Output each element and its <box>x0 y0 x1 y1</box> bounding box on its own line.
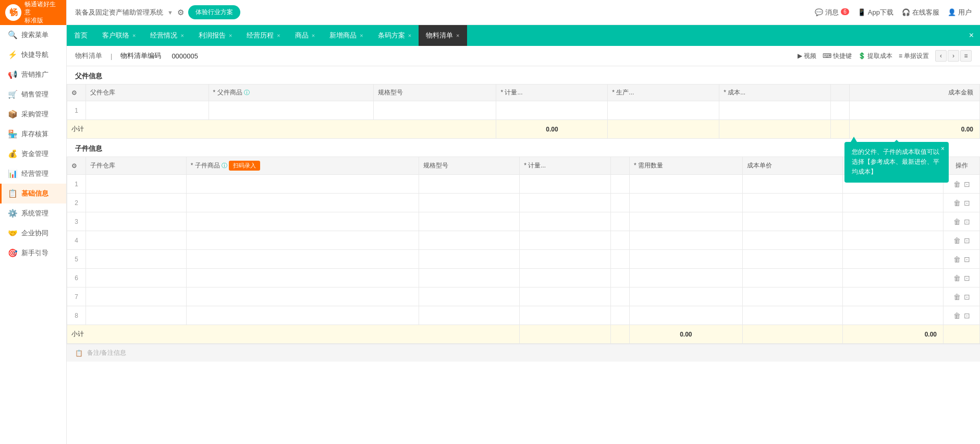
chevron-down-icon[interactable]: ▼ <box>167 9 173 16</box>
scan-button[interactable]: 扫码录入 <box>229 161 260 171</box>
tab-close-barcode[interactable]: × <box>408 32 411 39</box>
child-qty-cell-6[interactable] <box>630 269 742 287</box>
child-unit-cell-5[interactable] <box>520 250 611 269</box>
trial-button[interactable]: 体验行业方案 <box>188 5 240 19</box>
extract-cost-btn[interactable]: 💲 提取成本 <box>858 52 892 61</box>
child-product-cell-8[interactable] <box>186 306 419 325</box>
child-product-cell-1[interactable] <box>186 175 419 194</box>
sidebar-item-basic[interactable]: 📋基础信息 <box>0 184 66 203</box>
child-warehouse-cell-6[interactable] <box>86 269 187 287</box>
copy-icon-row-4[interactable]: ⊡ <box>964 236 970 245</box>
child-warehouse-cell-4[interactable] <box>86 231 187 250</box>
sidebar-item-marketing[interactable]: 📢营销推广 <box>0 65 66 85</box>
copy-icon-row-6[interactable]: ⊡ <box>964 274 970 282</box>
parent-produce-cell[interactable] <box>608 101 719 120</box>
sidebar-item-system[interactable]: ⚙️系统管理 <box>0 203 66 223</box>
parent-spec-cell[interactable] <box>373 101 496 120</box>
parent-col-settings[interactable]: ⚙ <box>67 85 86 101</box>
tab-barcode[interactable]: 条码方案× <box>371 25 419 46</box>
child-spec-cell-1[interactable] <box>419 175 520 194</box>
delete-icon-row-7[interactable]: 🗑 <box>953 293 961 301</box>
child-col-settings[interactable]: ⚙ <box>67 157 86 175</box>
child-unit-price-cell-5[interactable] <box>742 250 843 269</box>
copy-icon-row-1[interactable]: ⊡ <box>964 180 970 188</box>
child-qty-cell-1[interactable] <box>630 175 742 194</box>
child-unit-cell-3[interactable] <box>520 212 611 231</box>
sidebar-item-collab[interactable]: 🤝企业协同 <box>0 223 66 243</box>
child-warehouse-cell-3[interactable] <box>86 212 187 231</box>
child-qty-cell-5[interactable] <box>630 250 742 269</box>
sidebar-item-sales[interactable]: 🛒销售管理 <box>0 85 66 104</box>
child-spec-cell-2[interactable] <box>419 194 520 212</box>
tooltip-close-btn[interactable]: × <box>941 144 945 154</box>
child-warehouse-cell-1[interactable] <box>86 175 187 194</box>
tab-close-operations[interactable]: × <box>180 32 183 39</box>
gear-icon[interactable]: ⚙ <box>177 8 184 17</box>
copy-icon-row-3[interactable]: ⊡ <box>964 218 970 226</box>
tab-profit[interactable]: 利润报告× <box>191 25 239 46</box>
child-spec-cell-5[interactable] <box>419 250 520 269</box>
delete-icon-row-2[interactable]: 🗑 <box>953 199 961 207</box>
child-spec-cell-7[interactable] <box>419 287 520 306</box>
view-btn[interactable]: ▶ 视频 <box>798 52 816 61</box>
delete-icon-row-5[interactable]: 🗑 <box>953 255 961 263</box>
child-warehouse-cell-2[interactable] <box>86 194 187 212</box>
tab-customers[interactable]: 客户联络× <box>95 25 143 46</box>
copy-icon-row-7[interactable]: ⊡ <box>964 293 970 301</box>
user-action[interactable]: 👤 用户 <box>948 8 972 17</box>
sidebar-item-inventory[interactable]: 🏪库存核算 <box>0 124 66 144</box>
parent-unit-cell[interactable] <box>496 101 608 120</box>
delete-icon-row-4[interactable]: 🗑 <box>953 236 961 245</box>
child-unit-cell-8[interactable] <box>520 306 611 325</box>
tab-bom[interactable]: 物料清单× <box>419 25 467 46</box>
child-spec-cell-6[interactable] <box>419 269 520 287</box>
sidebar-item-guide[interactable]: 🎯新手引导 <box>0 243 66 263</box>
next-btn[interactable]: › <box>948 50 959 62</box>
tab-close-new-goods[interactable]: × <box>360 32 363 39</box>
child-unit-price-cell-2[interactable] <box>742 194 843 212</box>
child-warehouse-cell-8[interactable] <box>86 306 187 325</box>
message-action[interactable]: 💬 消息 6 <box>815 8 849 17</box>
tab-new-goods[interactable]: 新增商品× <box>322 25 370 46</box>
tab-close-goods[interactable]: × <box>312 32 315 39</box>
child-spec-cell-3[interactable] <box>419 212 520 231</box>
child-warehouse-cell-5[interactable] <box>86 250 187 269</box>
sidebar-item-operation[interactable]: 📊经营管理 <box>0 164 66 184</box>
list-view-btn[interactable]: ≡ <box>960 50 972 62</box>
parent-cost-cell[interactable] <box>719 101 831 120</box>
child-unit-price-cell-3[interactable] <box>742 212 843 231</box>
child-spec-cell-4[interactable] <box>419 231 520 250</box>
tab-history[interactable]: 经营历程× <box>239 25 287 46</box>
tab-operations[interactable]: 经营情况× <box>143 25 191 46</box>
delete-icon-row-3[interactable]: 🗑 <box>953 218 961 226</box>
child-qty-cell-3[interactable] <box>630 212 742 231</box>
copy-icon-row-8[interactable]: ⊡ <box>964 311 970 320</box>
tab-close-bom[interactable]: × <box>456 32 459 39</box>
copy-icon-row-2[interactable]: ⊡ <box>964 199 970 207</box>
breadcrumb-bom[interactable]: 物料清单 <box>75 51 102 61</box>
sidebar-item-quick-nav[interactable]: ⚡快捷导航 <box>0 45 66 65</box>
tab-goods[interactable]: 商品× <box>288 25 322 46</box>
tab-close-history[interactable]: × <box>277 32 280 39</box>
parent-warehouse-cell[interactable] <box>86 101 209 120</box>
child-unit-cell-2[interactable] <box>520 194 611 212</box>
parent-product-cell[interactable] <box>209 101 373 120</box>
tab-close-customers[interactable]: × <box>132 32 136 39</box>
delete-icon-row-6[interactable]: 🗑 <box>953 274 961 282</box>
tab-home[interactable]: 首页 <box>67 25 95 46</box>
child-qty-cell-8[interactable] <box>630 306 742 325</box>
child-product-cell-3[interactable] <box>186 212 419 231</box>
child-spec-cell-8[interactable] <box>419 306 520 325</box>
child-qty-cell-4[interactable] <box>630 231 742 250</box>
shortcut-btn[interactable]: ⌨ 快捷键 <box>823 52 852 61</box>
child-product-cell-2[interactable] <box>186 194 419 212</box>
sidebar-item-finance[interactable]: 💰资金管理 <box>0 144 66 164</box>
child-unit-cell-1[interactable] <box>520 175 611 194</box>
child-unit-price-cell-1[interactable] <box>742 175 843 194</box>
child-product-cell-6[interactable] <box>186 269 419 287</box>
tab-close-profit[interactable]: × <box>229 32 232 39</box>
delete-icon-row-8[interactable]: 🗑 <box>953 311 961 320</box>
app-download-action[interactable]: 📱 App下载 <box>858 8 893 17</box>
child-unit-price-cell-8[interactable] <box>742 306 843 325</box>
child-product-cell-4[interactable] <box>186 231 419 250</box>
